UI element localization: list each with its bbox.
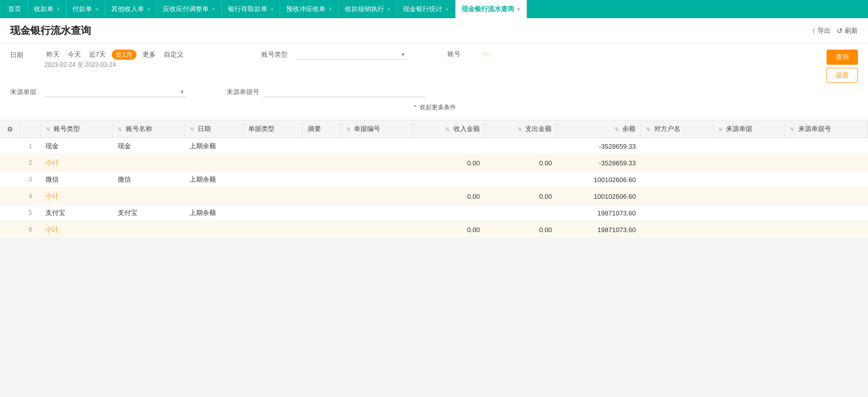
table-cell: 1: [20, 138, 40, 155]
table-cell: [0, 155, 20, 171]
col-counterparty[interactable]: ⇅ 对方户名: [641, 120, 713, 138]
date-opt-more[interactable]: 更多: [141, 50, 158, 60]
table-cell: 3: [20, 171, 40, 188]
col-balance[interactable]: ⇅ 余额: [557, 120, 641, 138]
col-settings[interactable]: ⚙: [0, 120, 20, 138]
close-bank-deposit-icon[interactable]: ×: [270, 6, 273, 12]
table-cell: [0, 205, 20, 222]
source-doc-label: 来源单据: [10, 87, 40, 97]
table-cell: -3528659.33: [557, 138, 641, 155]
nav-receipts-exec[interactable]: 收款核销执行 ×: [339, 0, 397, 18]
export-button[interactable]: ↑ 导出: [812, 26, 831, 35]
col-source-doc[interactable]: ⇅ 来源单据: [713, 120, 785, 138]
nav-cash-bank-flow[interactable]: 现金银行流水查询 ×: [455, 0, 527, 18]
account-ellipsis[interactable]: ···: [482, 50, 491, 59]
table-cell: [713, 222, 785, 238]
table-cell: [302, 138, 341, 155]
nav-other-income[interactable]: 其他收入单 ×: [105, 0, 157, 18]
table-cell: [713, 188, 785, 205]
account-type-label: 账号类型: [261, 50, 292, 59]
sort-counterparty-icon: ⇅: [646, 126, 650, 132]
table-cell: 0.00: [485, 155, 557, 171]
source-doc-no-input[interactable]: [263, 87, 425, 97]
table-cell: 19871073.60: [557, 222, 641, 238]
col-income[interactable]: ⇅ 收入金额: [413, 120, 485, 138]
table-cell: [243, 138, 302, 155]
table-cell: [243, 188, 302, 205]
table-cell: [785, 188, 868, 205]
table-cell: [341, 222, 413, 238]
col-source-doc-no[interactable]: ⇅ 来源单据号: [785, 120, 868, 138]
close-other-income-icon[interactable]: ×: [147, 6, 150, 12]
col-doc-no[interactable]: ⇅ 单据编号: [341, 120, 413, 138]
table-cell: [641, 188, 713, 205]
table-cell: 19871073.60: [557, 205, 641, 222]
col-account-type[interactable]: ⇅ 账号类型: [40, 120, 113, 138]
table-cell: 0.00: [413, 155, 485, 171]
date-opt-yesterday[interactable]: 昨天: [44, 50, 62, 60]
table-cell: [485, 138, 557, 155]
top-nav: 首页 收款单 × 付款单 × 其他收入单 × 应收应付调整单 × 银行存取款单 …: [0, 0, 868, 18]
collapse-icon: ⌃: [413, 104, 418, 111]
col-expense[interactable]: ⇅ 支出金额: [485, 120, 557, 138]
col-summary: 摘要: [302, 120, 341, 138]
table-cell: [641, 171, 713, 188]
table-cell: 0.00: [413, 222, 485, 238]
table-cell: 0.00: [485, 222, 557, 238]
query-button[interactable]: 查询: [827, 50, 858, 65]
date-opt-custom[interactable]: 自定义: [162, 50, 186, 60]
table-cell: [641, 138, 713, 155]
date-opt-1month[interactable]: 近1月: [112, 50, 136, 60]
close-advance-offset-icon[interactable]: ×: [329, 6, 332, 12]
close-cash-bank-flow-icon[interactable]: ×: [517, 6, 520, 12]
sort-balance-icon: ⇅: [615, 126, 619, 132]
table-row[interactable]: 6小计0.000.0019871073.60: [0, 222, 868, 238]
nav-receipts[interactable]: 收款单 ×: [28, 0, 66, 18]
table-row[interactable]: 4小计0.000.00100102606.60: [0, 188, 868, 205]
page-header: 现金银行流水查询 ↑ 导出 ↺ 刷新: [0, 18, 868, 43]
sort-source-doc-icon: ⇅: [718, 126, 722, 132]
table-cell: [641, 222, 713, 238]
table-cell: [0, 138, 20, 155]
table-row[interactable]: 1现金现金上期余额-3528659.33: [0, 138, 868, 155]
table-cell: [113, 155, 185, 171]
col-date[interactable]: ⇅ 日期: [185, 120, 243, 138]
table-cell: [713, 155, 785, 171]
table-cell: [185, 222, 243, 238]
table-row[interactable]: 3微信微信上期余额100102606.60: [0, 171, 868, 188]
table-cell: [785, 222, 868, 238]
settings-button[interactable]: 设置: [827, 68, 858, 83]
source-doc-select[interactable]: ▾: [44, 87, 186, 97]
nav-cash-bank-stats[interactable]: 现金银行统计 ×: [397, 0, 455, 18]
source-doc-no-label: 来源单据号: [226, 87, 259, 97]
date-range: 2023-02-24 至 2023-03-24: [44, 61, 191, 69]
close-receipts-icon[interactable]: ×: [57, 6, 60, 12]
close-cash-bank-stats-icon[interactable]: ×: [445, 6, 448, 12]
refresh-button[interactable]: ↺ 刷新: [837, 26, 858, 35]
nav-bank-deposit[interactable]: 银行存取款单 ×: [222, 0, 280, 18]
col-account-name[interactable]: ⇅ 账号名称: [113, 120, 185, 138]
date-label: 日期: [10, 51, 40, 60]
close-receipts-exec-icon[interactable]: ×: [387, 6, 390, 12]
table-row[interactable]: 5支付宝支付宝上期余额19871073.60: [0, 205, 868, 222]
date-opt-7days[interactable]: 近7天: [87, 50, 108, 60]
nav-receivable-adjust[interactable]: 应收应付调整单 ×: [157, 0, 221, 18]
nav-home[interactable]: 首页: [2, 0, 28, 18]
nav-advance-offset[interactable]: 预收冲应收单 ×: [280, 0, 338, 18]
date-opt-today[interactable]: 今天: [66, 50, 83, 60]
table-cell: 小计: [40, 188, 113, 205]
table-cell: [0, 222, 20, 238]
table-row[interactable]: 2小计0.000.00-3528659.33: [0, 155, 868, 171]
close-receivable-adjust-icon[interactable]: ×: [212, 6, 215, 12]
account-type-select[interactable]: ▾: [296, 50, 407, 60]
table-cell: 上期余额: [185, 205, 243, 222]
sort-source-doc-no-icon: ⇅: [790, 126, 794, 132]
close-payments-icon[interactable]: ×: [95, 6, 98, 12]
table-cell: 现金: [113, 138, 185, 155]
table-cell: 微信: [40, 171, 113, 188]
nav-payments[interactable]: 付款单 ×: [66, 0, 105, 18]
collapse-button[interactable]: ⌃ 收起更多条件: [10, 101, 858, 114]
sort-income-icon: ⇅: [445, 126, 449, 132]
table-cell: 微信: [113, 171, 185, 188]
data-table: ⚙ ⇅ 账号类型 ⇅ 账号名称 ⇅ 日期 单据类型 摘要: [0, 120, 868, 238]
